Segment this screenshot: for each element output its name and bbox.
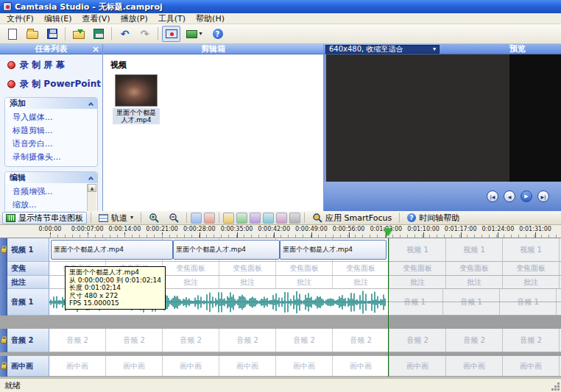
playhead-line[interactable] (388, 238, 389, 377)
clip-bin-item[interactable]: 里面个个都是人才.mp4 (112, 74, 160, 124)
lock-icon[interactable] (1, 364, 7, 369)
timeline-clip-1[interactable]: 里面个个都是人才.mp4 (51, 240, 173, 260)
toolbar-separator (141, 213, 141, 223)
audio-tool-button[interactable] (263, 213, 274, 224)
skip-to-start-button[interactable]: |◀ (487, 190, 498, 202)
track-lock-strip (0, 276, 7, 289)
add-section: 添加 导入媒体... 标题剪辑... 语音旁白... 录制摄像头... (4, 97, 98, 167)
lock-icon[interactable] (1, 248, 7, 253)
scroll-up-icon[interactable]: ▲ (88, 184, 96, 192)
camtasia-studio-window: Camtasia Studio - 无标题.camproj 文件(F) 编辑(E… (0, 0, 561, 392)
app-icon (3, 2, 12, 11)
open-folder-icon (27, 31, 38, 39)
step-back-button[interactable]: ◀ (504, 190, 515, 202)
record-powerpoint-button[interactable]: 录 制 PowerPoint (0, 76, 102, 93)
ruler-tick-label: 0:00:00 (39, 226, 62, 232)
timeline-ruler[interactable]: 0:00:000:00:07:000:00:14:000:00:21:000:0… (0, 225, 561, 238)
apply-smartfocus-label: 应用 SmartFocus (325, 213, 392, 224)
playhead-marker[interactable] (384, 229, 392, 236)
produce-icon (94, 29, 104, 39)
link-import-media[interactable]: 导入媒体... (13, 112, 94, 123)
ruler-tick-label: 0:00:21:00 (146, 226, 178, 232)
cut-tool-button[interactable] (204, 213, 215, 224)
track-label-pip: 画中画 (7, 356, 49, 377)
link-record-camera[interactable]: 录制摄像头... (13, 152, 94, 163)
menu-play[interactable]: 播放(P) (116, 13, 153, 24)
produce-button[interactable] (89, 26, 107, 42)
zoom-keyframe-button[interactable] (236, 213, 247, 224)
video-thumbnail (115, 74, 158, 107)
zoom-in-button[interactable] (145, 212, 163, 224)
toolbar-separator (219, 213, 219, 223)
record-screen-icon (166, 29, 177, 38)
play-button[interactable]: ▶ (521, 190, 532, 202)
new-project-button[interactable] (3, 26, 21, 42)
produce-share-icon (186, 30, 197, 38)
toolbar-separator (91, 213, 91, 223)
timeline-clip-2[interactable]: 里面个个都是人才.mp4 (173, 240, 280, 260)
tooltip-duration: 长度 0:01:02;14 (69, 284, 161, 292)
tracks-icon (99, 214, 108, 222)
menu-view[interactable]: 查看(V) (77, 13, 115, 24)
menu-help[interactable]: 帮助(H) (191, 13, 230, 24)
tracks-label: 轨道 (111, 213, 127, 224)
ghost-label: 批注 (446, 276, 503, 288)
show-storyboard-button[interactable]: 显示情节串连图板 (2, 212, 87, 224)
ruler-tick-label: 0:00:56:00 (333, 226, 365, 232)
apply-smartfocus-button[interactable]: 应用 SmartFocus (308, 212, 395, 224)
preview-zoom-select[interactable]: 640x480, 收缩至适合 ▾ (325, 45, 440, 54)
ghost-label: 画中画 (49, 356, 106, 376)
close-icon[interactable]: × (92, 44, 99, 54)
tooltip-dimensions: 尺寸 480 x 272 (69, 292, 161, 300)
import-media-button[interactable] (69, 26, 88, 42)
add-section-header[interactable]: 添加 (5, 98, 97, 109)
help-button[interactable]: ? (208, 26, 227, 42)
timeline-clip-3[interactable]: 里面个个都是人才.mp4 (280, 240, 387, 260)
preview-video-area (326, 54, 509, 182)
edit-section-header[interactable]: 编辑 (5, 172, 97, 183)
link-title-clips[interactable]: 标题剪辑... (13, 125, 94, 136)
link-zoom[interactable]: 缩放... (13, 199, 94, 210)
new-document-icon (8, 29, 17, 40)
edit-links: 音频增强... 缩放... 批注... 过渡效果... 标题... (5, 183, 97, 211)
ruler-tick-label: 0:00:35:00 (221, 226, 253, 232)
resize-grip[interactable] (551, 382, 560, 391)
edit-section-scrollbar[interactable]: ▲ ▼ (87, 184, 96, 211)
zoom-out-button[interactable] (165, 212, 183, 224)
produce-share-button[interactable]: ▾ (182, 26, 207, 42)
transition-tool-button[interactable] (289, 213, 300, 224)
chevron-up-icon (88, 101, 94, 107)
track-label-zoom: 变焦 (7, 262, 49, 276)
link-voice-narration[interactable]: 语音旁白... (13, 138, 94, 149)
preview-panel: 640x480, 收缩至适合 ▾ 预览 |◀ ◀ ▶ ▶| (324, 44, 561, 211)
ghost-label: 画中画 (219, 356, 276, 376)
ghost-label: 画中画 (163, 356, 219, 376)
track-lock-strip (0, 356, 7, 377)
timeline-help-button[interactable]: ? 时间轴帮助 (403, 212, 463, 224)
edit-section: 编辑 音频增强... 缩放... 批注... 过渡效果... 标题... ▲ ▼ (4, 171, 98, 211)
record-screen-toolbar-button[interactable] (162, 26, 180, 42)
ghost-label: 变焦面板 (503, 262, 560, 275)
record-screen-button[interactable]: 录 制 屏 幕 (0, 57, 102, 74)
link-audio-enhance[interactable]: 音频增强... (13, 186, 94, 197)
pip-tool-button[interactable] (276, 213, 287, 224)
timeline-toolbar: 显示情节串连图板 轨道 ▾ 应用 SmartFocus ? 时间轴帮助 (0, 211, 561, 225)
menu-tools[interactable]: 工具(T) (153, 13, 191, 24)
preview-screen (326, 54, 561, 182)
caption-tool-button[interactable] (250, 213, 261, 224)
save-project-button[interactable] (43, 26, 61, 42)
menu-file[interactable]: 文件(F) (1, 13, 39, 24)
undo-button[interactable]: ↶ (116, 26, 134, 42)
split-tool-button[interactable] (191, 213, 202, 224)
callout-tool-button[interactable] (223, 213, 234, 224)
ghost-label: 音频 2 (163, 329, 219, 352)
tooltip-range: 从 0:00:00;00 到 0:01:02;14 (69, 277, 161, 285)
menu-edit[interactable]: 编辑(E) (39, 13, 77, 24)
lock-icon[interactable] (1, 338, 7, 343)
step-forward-button[interactable]: ▶| (537, 190, 549, 202)
redo-button[interactable]: ↷ (135, 26, 154, 42)
track-lock-strip (0, 238, 7, 262)
tracks-button[interactable]: 轨道 ▾ (95, 212, 137, 224)
open-project-button[interactable] (23, 26, 41, 42)
title-bar[interactable]: Camtasia Studio - 无标题.camproj (0, 0, 561, 13)
